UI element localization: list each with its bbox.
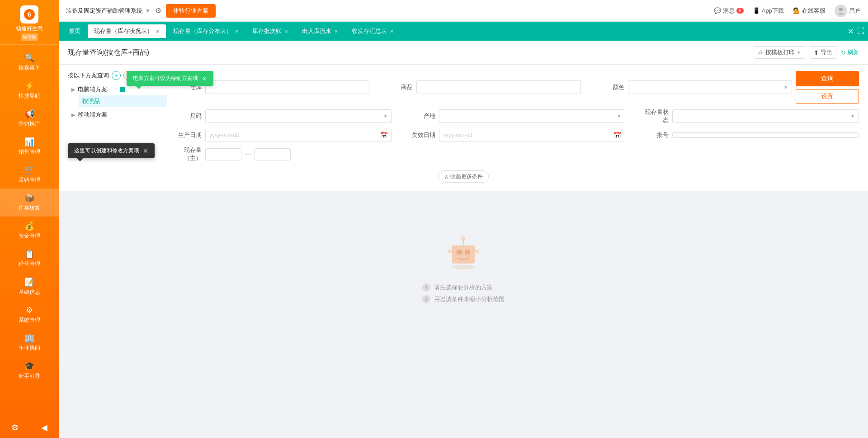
batch-input[interactable] (672, 132, 859, 138)
product-label: 商品 (386, 83, 413, 91)
expire-date-label: 失效日期 (408, 131, 435, 139)
sidebar-item-inventory[interactable]: 📦 库存核算 (0, 188, 59, 217)
tooltip-close-create[interactable]: ✕ (143, 147, 148, 155)
svg-point-10 (452, 265, 475, 269)
stock-min-input[interactable] (205, 148, 241, 160)
batch-label: 批号 (642, 131, 669, 139)
stock-main-label: 现存量（主） (175, 146, 202, 162)
scheme-mobile[interactable]: ▶ 移动端方案 (68, 109, 167, 121)
add-scheme-btn[interactable]: + (112, 71, 121, 80)
svg-rect-7 (475, 250, 479, 253)
message-icon: 💬 (714, 7, 721, 14)
prod-date-label: 生产日期 (175, 131, 202, 139)
tooltip-close-scheme[interactable]: ✕ (202, 75, 207, 82)
origin-select[interactable]: ▼ (439, 109, 626, 123)
stock-status-dropdown-icon: ▼ (850, 114, 855, 119)
size-select[interactable]: ▼ (205, 109, 392, 123)
service-icon: 💁 (793, 7, 800, 14)
query-btn[interactable]: 查询 (796, 71, 859, 86)
tab-close-inout-flow[interactable]: ✕ (334, 28, 338, 34)
user-btn[interactable]: 用户 (835, 5, 861, 17)
tab-inout-flow[interactable]: 出入库流水 ✕ (296, 24, 344, 38)
sidebar-item-marketing[interactable]: 📢 营销推广 (0, 104, 59, 132)
sidebar-settings-btn[interactable]: ⚙ (11, 423, 19, 433)
tab-batch-ledger[interactable]: 库存批次账 ✕ (246, 24, 295, 38)
gear-icon[interactable]: ⚙ (155, 6, 161, 15)
sidebar-item-corp[interactable]: 🏢 企业协同 (0, 329, 59, 357)
tab-close-inventory-status[interactable]: ✕ (156, 28, 160, 34)
stock-dash: — (245, 151, 251, 158)
sidebar-collapse-btn[interactable]: ◀ (41, 423, 47, 433)
topbar-right: 💬 消息 6 📱 App下载 💁 在线客服 用户 (714, 5, 861, 17)
stock-status-select[interactable]: ▼ (672, 109, 859, 123)
empty-steps: 1 请先选择要分析的方案 2 用过滤条件来缩小分析范围 (422, 282, 505, 305)
sidebar-item-finance[interactable]: 💰 资金管理 (0, 217, 59, 245)
svg-rect-6 (448, 250, 452, 253)
topbar-left: 装备及固定资产辅助管理系统 ▼ ⚙ 体验行业方案 (66, 4, 216, 18)
tab-home[interactable]: 首页 (62, 24, 87, 38)
dropdown-arrow-icon: ▼ (145, 8, 151, 14)
origin-label: 产地 (408, 112, 435, 120)
finance-icon: 💰 (24, 221, 34, 231)
step-num-2: 2 (422, 295, 430, 303)
tab-inventory-status[interactable]: 现存量（库存状况表） ✕ (88, 24, 166, 38)
warehouse-more-icon[interactable]: ··· (373, 84, 382, 91)
sidebar-item-operation[interactable]: 📋 经营管理 (0, 245, 59, 273)
warehouse-select[interactable] (205, 80, 369, 94)
sidebar-item-system[interactable]: ⚙ 系统管理 (0, 301, 59, 329)
sidebar-item-guide[interactable]: 🎓 新手引导 (0, 357, 59, 385)
color-label: 颜色 (597, 83, 624, 91)
refresh-btn[interactable]: ↻ 刷新 (841, 48, 859, 57)
corp-icon: 🏢 (24, 333, 34, 343)
app-download-btn[interactable]: 📱 App下载 (753, 7, 784, 15)
message-btn[interactable]: 💬 消息 6 (714, 7, 744, 15)
collapse-btn[interactable]: ∧ 收起更多条件 (439, 170, 489, 183)
prod-date-input[interactable]: yyyy-mm-dd 📅 (205, 129, 392, 141)
page-title: 现存量查询(按仓库+商品) (68, 48, 149, 57)
online-service-btn[interactable]: 💁 在线客服 (793, 7, 826, 15)
sidebar-item-sales[interactable]: 📊 销售管理 (0, 132, 59, 160)
product-more-icon[interactable]: ··· (585, 84, 594, 91)
template-print-btn[interactable]: 🖨 按模板打印 ▼ (754, 46, 805, 59)
logo-text: 畅通好生意 (16, 25, 43, 33)
scheme-tree: ▶ 电脑端方案 按照品 ▶ 移动端方案 (68, 84, 167, 121)
set-btn[interactable]: 设置 (796, 89, 859, 104)
message-badge: 6 (736, 8, 744, 14)
query-set-buttons: 查询 设置 (796, 71, 859, 104)
tab-close-receive-summary[interactable]: ✕ (390, 28, 394, 34)
stock-max-input[interactable] (255, 148, 291, 160)
color-dropdown-icon: ▼ (783, 85, 788, 90)
logo-badge: 标准版 (21, 33, 38, 41)
sidebar-item-search[interactable]: 🔍 搜索菜单 (0, 48, 59, 76)
create-scheme-tooltip: 这里可以创建和修改方案哦 ✕ (68, 143, 155, 158)
expire-date-input[interactable]: yyyy-mm-dd 📅 (439, 129, 626, 141)
phone-icon: 📱 (753, 7, 760, 14)
tab-inventory-dist[interactable]: 现存量（库存分布表） ✕ (167, 24, 245, 38)
svg-text:6: 6 (28, 11, 31, 18)
print-icon: 🖨 (758, 49, 764, 56)
empty-step-2: 2 用过滤条件来缩小分析范围 (422, 293, 505, 305)
tree-arrow-desktop: ▶ (71, 87, 75, 93)
tooltip-text: 电脑方案可设为移动方案哦 (133, 75, 198, 82)
step-num-1: 1 (422, 283, 430, 292)
tab-close-batch-ledger[interactable]: ✕ (284, 28, 288, 34)
color-select[interactable]: ▼ (628, 80, 792, 94)
sidebar-item-basic[interactable]: 📝 基础信息 (0, 273, 59, 301)
tab-close-all-icon[interactable]: ✕ (848, 27, 854, 36)
sales-icon: 📊 (24, 137, 34, 147)
tab-receive-summary[interactable]: 收发存汇总表 ✕ (345, 24, 400, 38)
sidebar-item-purchase[interactable]: 🛒 采购管理 (0, 160, 59, 188)
tree-arrow-mobile: ▶ (71, 112, 75, 118)
system-name: 装备及固定资产辅助管理系统 ▼ (66, 7, 151, 15)
page-actions: 🖨 按模板打印 ▼ ⬆ 导出 ↻ 刷新 (754, 46, 859, 59)
logo-icon: 6 (20, 5, 38, 24)
sidebar-item-quick[interactable]: ⚡ 快捷导航 (0, 76, 59, 104)
trial-btn[interactable]: 体验行业方案 (166, 4, 216, 18)
tab-fullscreen-icon[interactable]: ⛶ (857, 27, 864, 35)
tab-close-inventory-dist[interactable]: ✕ (235, 28, 239, 34)
marketing-icon: 📢 (24, 109, 34, 119)
export-btn[interactable]: ⬆ 导出 (810, 46, 836, 59)
scheme-item-product[interactable]: 按照品 (79, 95, 167, 107)
product-select[interactable] (416, 80, 580, 94)
svg-rect-4 (457, 250, 462, 254)
